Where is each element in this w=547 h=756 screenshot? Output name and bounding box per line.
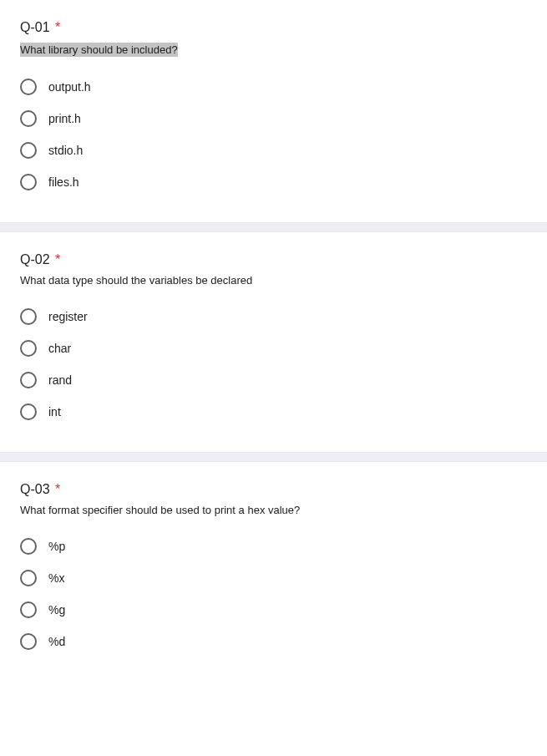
radio-icon (20, 633, 37, 650)
radio-option[interactable]: %d (20, 633, 527, 650)
radio-option[interactable]: %g (20, 601, 527, 618)
radio-option[interactable]: int (20, 403, 527, 420)
radio-option[interactable]: char (20, 340, 527, 357)
required-indicator: * (55, 252, 60, 266)
required-indicator: * (55, 20, 60, 34)
question-block-3: Q-03 * What format specifier should be u… (0, 462, 547, 682)
question-title: Q-03 * (20, 482, 527, 497)
radio-option[interactable]: print.h (20, 110, 527, 127)
radio-icon (20, 308, 37, 325)
radio-option[interactable]: %x (20, 570, 527, 586)
radio-icon (20, 538, 37, 555)
radio-option[interactable]: register (20, 308, 527, 325)
option-label: print.h (48, 112, 81, 125)
option-label: files.h (48, 175, 79, 189)
question-description: What library should be included? (20, 43, 178, 57)
option-label: %x (48, 571, 64, 585)
option-label: register (48, 310, 88, 323)
divider (0, 452, 547, 462)
question-id: Q-01 (20, 20, 50, 34)
radio-option[interactable]: output.h (20, 79, 527, 95)
option-label: char (48, 342, 71, 355)
required-indicator: * (55, 482, 60, 496)
option-label: int (48, 405, 61, 419)
question-block-1: Q-01 * What library should be included? … (0, 0, 547, 222)
option-label: rand (48, 373, 72, 387)
option-label: %p (48, 540, 65, 553)
radio-icon (20, 340, 37, 357)
option-label: %d (48, 635, 65, 648)
option-list: output.h print.h stdio.h files.h (20, 74, 527, 190)
option-list: %p %x %g %d (20, 533, 527, 650)
radio-icon (20, 570, 37, 586)
question-block-2: Q-02 * What data type should the variabl… (0, 232, 547, 452)
option-label: stdio.h (48, 144, 83, 157)
radio-option[interactable]: %p (20, 538, 527, 555)
radio-option[interactable]: files.h (20, 174, 527, 190)
option-label: %g (48, 603, 65, 616)
radio-option[interactable]: stdio.h (20, 142, 527, 159)
question-description: What data type should the variables be d… (20, 274, 527, 287)
question-id: Q-03 (20, 482, 50, 496)
question-title: Q-01 * (20, 20, 527, 35)
question-title: Q-02 * (20, 252, 527, 267)
option-label: output.h (48, 80, 91, 94)
question-id: Q-02 (20, 252, 50, 266)
radio-icon (20, 174, 37, 190)
radio-icon (20, 601, 37, 618)
radio-icon (20, 403, 37, 420)
question-description-wrapper: What library should be included? (20, 42, 527, 57)
question-description: What format specifier should be used to … (20, 504, 527, 516)
radio-icon (20, 142, 37, 159)
radio-icon (20, 372, 37, 388)
radio-option[interactable]: rand (20, 372, 527, 388)
option-list: register char rand int (20, 303, 527, 420)
divider (0, 222, 547, 232)
radio-icon (20, 79, 37, 95)
radio-icon (20, 110, 37, 127)
